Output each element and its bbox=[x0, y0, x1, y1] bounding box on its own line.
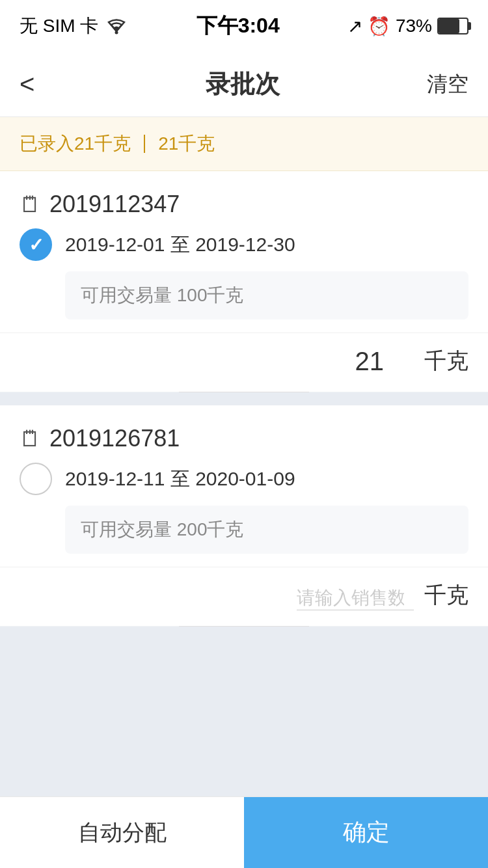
battery-icon bbox=[437, 18, 468, 34]
quantity-value-1: 21 bbox=[355, 347, 385, 376]
quantity-unit-2: 千克 bbox=[424, 580, 468, 610]
status-time: 下午3:04 bbox=[197, 12, 280, 40]
carrier-label: 无 SIM 卡 bbox=[20, 14, 98, 38]
batch-date-2: 2019-12-11 至 2020-01-09 bbox=[65, 466, 295, 493]
batch-header-2: 🗒 2019126781 bbox=[20, 425, 468, 452]
recorded-label: 已录入21千克 bbox=[20, 131, 131, 156]
location-icon: ↗ bbox=[347, 16, 362, 37]
auto-distribute-button[interactable]: 自动分配 bbox=[0, 797, 244, 868]
status-right: ↗ ⏰ 73% bbox=[347, 16, 468, 37]
info-value: 21千克 bbox=[158, 131, 215, 156]
batch-doc-icon-2: 🗒 bbox=[20, 426, 42, 452]
batch-id-2: 2019126781 bbox=[49, 425, 180, 452]
nav-bar: < 录批次 清空 bbox=[0, 52, 488, 117]
quantity-input-2[interactable] bbox=[297, 580, 414, 610]
status-bar: 无 SIM 卡 下午3:04 ↗ ⏰ 73% bbox=[0, 0, 488, 52]
info-divider bbox=[144, 135, 145, 153]
batch-available-2: 可用交易量 200千克 bbox=[65, 506, 468, 554]
batch-id-1: 2019112347 bbox=[49, 191, 180, 218]
batch-radio-2[interactable] bbox=[20, 463, 52, 495]
battery-percent: 73% bbox=[396, 16, 432, 36]
quantity-unit-1: 千克 bbox=[424, 346, 468, 376]
confirm-button[interactable]: 确定 bbox=[244, 797, 488, 868]
status-left: 无 SIM 卡 bbox=[20, 14, 128, 38]
back-button[interactable]: < bbox=[20, 70, 59, 99]
alarm-icon: ⏰ bbox=[368, 16, 390, 37]
batch-date-1: 2019-12-01 至 2019-12-30 bbox=[65, 232, 295, 258]
batch-doc-icon-1: 🗒 bbox=[20, 192, 42, 217]
batch-date-row-1[interactable]: 2019-12-01 至 2019-12-30 bbox=[20, 228, 468, 261]
page-title: 录批次 bbox=[206, 68, 280, 101]
info-banner: 已录入21千克 21千克 bbox=[0, 117, 488, 171]
quantity-row-1: 21 千克 bbox=[0, 332, 488, 392]
batch-item-2: 🗒 2019126781 2019-12-11 至 2020-01-09 可用交… bbox=[0, 405, 488, 567]
clear-button[interactable]: 清空 bbox=[427, 70, 468, 99]
batch-header-1: 🗒 2019112347 bbox=[20, 191, 468, 218]
svg-point-0 bbox=[115, 31, 118, 34]
batch-radio-1[interactable] bbox=[20, 228, 52, 261]
batch-date-row-2[interactable]: 2019-12-11 至 2020-01-09 bbox=[20, 463, 468, 495]
bottom-bar: 自动分配 确定 bbox=[0, 796, 488, 868]
batch-item-1: 🗒 2019112347 2019-12-01 至 2019-12-30 可用交… bbox=[0, 171, 488, 332]
section-divider bbox=[0, 392, 488, 405]
batch-available-1: 可用交易量 100千克 bbox=[65, 271, 468, 319]
quantity-row-2: 千克 bbox=[0, 567, 488, 626]
wifi-icon bbox=[105, 17, 128, 35]
